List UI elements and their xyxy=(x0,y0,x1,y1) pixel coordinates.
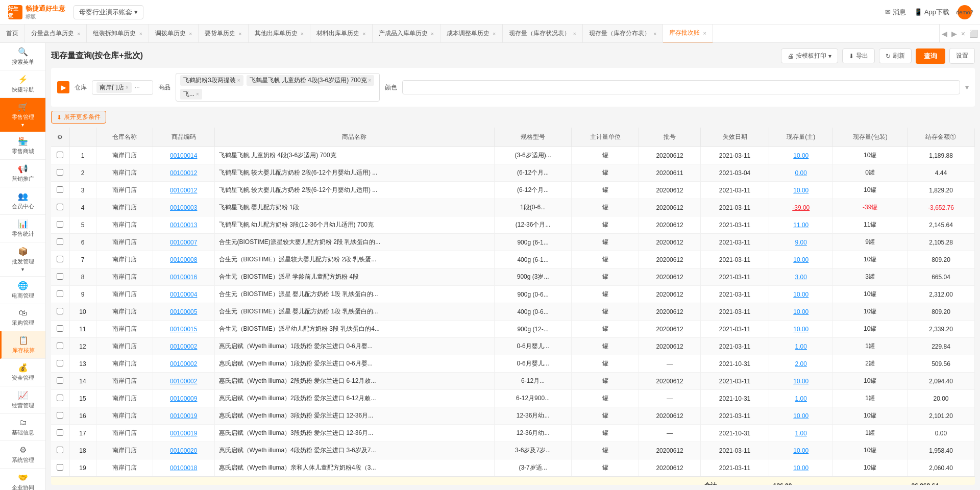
sidebar-item-quicknav[interactable]: ⚡ 快捷导航 xyxy=(0,70,45,98)
row-check[interactable] xyxy=(51,338,69,355)
message-btn[interactable]: ✉ 消息 xyxy=(885,8,906,17)
row-check[interactable] xyxy=(51,442,69,459)
sidebar-item-retail-mgmt[interactable]: 🛒 零售管理 ▼ xyxy=(0,98,45,132)
tab-maximize[interactable]: ⬜ xyxy=(967,24,980,43)
sidebar-item-finance[interactable]: 💰 资金管理 xyxy=(0,359,45,386)
row-check[interactable] xyxy=(51,390,69,407)
tab-want[interactable]: 要货单历史 × xyxy=(199,24,248,43)
sidebar-item-member[interactable]: 👥 会员中心 xyxy=(0,187,45,215)
sidebar-item-system[interactable]: ⚙ 系统管理 xyxy=(0,441,45,469)
row-qty-main[interactable]: 10.00 xyxy=(769,182,833,199)
tab-home[interactable]: 首页 xyxy=(0,24,25,43)
row-check[interactable] xyxy=(51,459,69,477)
account-dropdown[interactable]: 母婴行业演示账套 ▾ xyxy=(74,5,143,19)
remove-goods-tag-icon[interactable]: × xyxy=(237,78,240,83)
row-qty-main[interactable]: 2.00 xyxy=(769,355,833,373)
row-qty-main[interactable]: 10.00 xyxy=(769,251,833,268)
remove-goods-tag-icon2[interactable]: × xyxy=(369,78,372,83)
row-qty-main[interactable]: 10.00 xyxy=(769,147,833,164)
row-check[interactable] xyxy=(51,182,69,199)
expand-filter-btn[interactable]: ▶ xyxy=(57,81,69,93)
row-check[interactable] xyxy=(51,147,69,164)
row-qty-main[interactable]: 10.00 xyxy=(769,373,833,390)
close-icon[interactable]: × xyxy=(573,31,576,37)
sidebar-item-retail-shop[interactable]: 🏪 零售商城 xyxy=(0,132,45,160)
export-btn[interactable]: ⬇ 导出 xyxy=(842,48,875,63)
row-check[interactable] xyxy=(51,321,69,338)
tab-product-in[interactable]: 产成品入库单历史 × xyxy=(373,24,440,43)
tab-move[interactable]: 调拨单历史 × xyxy=(149,24,199,43)
row-qty-main[interactable]: 10.00 xyxy=(769,459,833,477)
row-qty-main[interactable]: 10.00 xyxy=(769,407,833,425)
row-check[interactable] xyxy=(51,425,69,442)
row-qty-main[interactable]: 1.00 xyxy=(769,338,833,355)
refresh-btn[interactable]: ↻ 刷新 xyxy=(879,48,912,63)
print-btn[interactable]: 🖨 按模板打印 ▾ xyxy=(781,48,838,63)
query-btn[interactable]: 查询 xyxy=(916,48,945,64)
row-qty-main[interactable]: 3.00 xyxy=(769,268,833,286)
tab-other-out[interactable]: 其他出库单历史 × xyxy=(249,24,310,43)
row-qty-main[interactable]: 0.00 xyxy=(769,164,833,182)
close-icon[interactable]: × xyxy=(653,31,656,37)
close-icon[interactable]: × xyxy=(431,31,434,37)
sidebar-item-collab[interactable]: 🤝 企业协同 xyxy=(0,469,45,490)
row-check[interactable] xyxy=(51,355,69,373)
row-qty-main[interactable]: 1.00 xyxy=(769,390,833,407)
warehouse-filter-tags[interactable]: 南岸门店 × ··· xyxy=(92,80,153,95)
sidebar-item-marketing[interactable]: 📢 营销推广 xyxy=(0,160,45,187)
expand-conditions-btn[interactable]: ⬇ 展开更多条件 xyxy=(51,111,106,124)
sidebar-item-wholesale[interactable]: 📦 批发管理 ▼ xyxy=(0,242,45,277)
close-icon[interactable]: × xyxy=(703,30,706,36)
setting-btn[interactable]: 设置 xyxy=(949,48,975,64)
row-qty-main[interactable]: 10.00 xyxy=(769,303,833,321)
close-icon[interactable]: × xyxy=(493,31,496,37)
close-icon[interactable]: × xyxy=(189,31,192,37)
color-filter-input[interactable] xyxy=(402,80,960,94)
tab-close-current[interactable]: × xyxy=(959,24,967,43)
close-icon[interactable]: × xyxy=(77,31,80,37)
row-qty-main[interactable]: 9.00 xyxy=(769,234,833,251)
row-qty-main[interactable]: 10.00 xyxy=(769,442,833,459)
close-icon[interactable]: × xyxy=(238,31,241,37)
row-check[interactable] xyxy=(51,199,69,216)
col-check: ⚙ xyxy=(51,128,69,147)
row-check[interactable] xyxy=(51,373,69,390)
sidebar-item-search[interactable]: 🔍 搜索英单 xyxy=(0,43,45,70)
row-check[interactable] xyxy=(51,234,69,251)
row-check[interactable] xyxy=(51,251,69,268)
row-qty-main[interactable]: 10.00 xyxy=(769,321,833,338)
tab-material-out[interactable]: 材料出库单历史 × xyxy=(310,24,372,43)
row-check[interactable] xyxy=(51,216,69,234)
sidebar-item-business[interactable]: 📈 经营管理 xyxy=(0,386,45,414)
row-check[interactable] xyxy=(51,286,69,303)
sidebar-item-ecommerce[interactable]: 🌐 电商管理 xyxy=(0,277,45,304)
close-icon[interactable]: × xyxy=(301,31,304,37)
row-check[interactable] xyxy=(51,268,69,286)
tab-split[interactable]: 分量盘点单历史 × xyxy=(25,24,87,43)
sidebar-item-inventory[interactable]: 📋 库存核算 xyxy=(0,331,45,359)
row-qty-main[interactable]: 10.00 xyxy=(769,286,833,303)
sidebar-item-retail-stat[interactable]: 📊 零售统计 xyxy=(0,215,45,242)
remove-tag-icon[interactable]: × xyxy=(126,85,129,90)
tab-batch[interactable]: 库存批次账 × xyxy=(663,24,713,43)
tab-scroll-right[interactable]: ▶ xyxy=(949,24,959,43)
row-check[interactable] xyxy=(51,303,69,321)
row-check[interactable] xyxy=(51,407,69,425)
goods-filter-tags[interactable]: 飞鹤奶粉3段两提装 × 飞鹤星飞帆 儿童奶粉 4段(3-6岁适用) 700克 ×… xyxy=(176,73,380,102)
row-qty-main[interactable]: 1.00 xyxy=(769,425,833,442)
sidebar-item-purchase[interactable]: 🛍 采购管理 xyxy=(0,304,45,331)
tab-stock-status[interactable]: 现存量（库存状况表） × xyxy=(503,24,583,43)
row-check[interactable] xyxy=(51,164,69,182)
close-icon[interactable]: × xyxy=(139,31,142,37)
tab-scroll-left[interactable]: ◀ xyxy=(940,24,949,43)
tab-cost-adj[interactable]: 成本调整单历史 × xyxy=(440,24,502,43)
tab-unpack[interactable]: 组装拆卸单历史 × xyxy=(87,24,149,43)
sidebar-item-base[interactable]: 🗂 基础信息 xyxy=(0,414,45,441)
row-qty-main[interactable]: -39.00 xyxy=(769,199,833,216)
remove-goods-tag-icon3[interactable]: × xyxy=(196,91,199,97)
avatar[interactable]: demo2 xyxy=(958,5,972,19)
tab-stock-dist[interactable]: 现存量（库存分布表） × xyxy=(583,24,663,43)
app-download-btn[interactable]: 📱 App下载 xyxy=(914,8,949,17)
close-icon[interactable]: × xyxy=(362,31,365,37)
row-qty-main[interactable]: 11.00 xyxy=(769,216,833,234)
